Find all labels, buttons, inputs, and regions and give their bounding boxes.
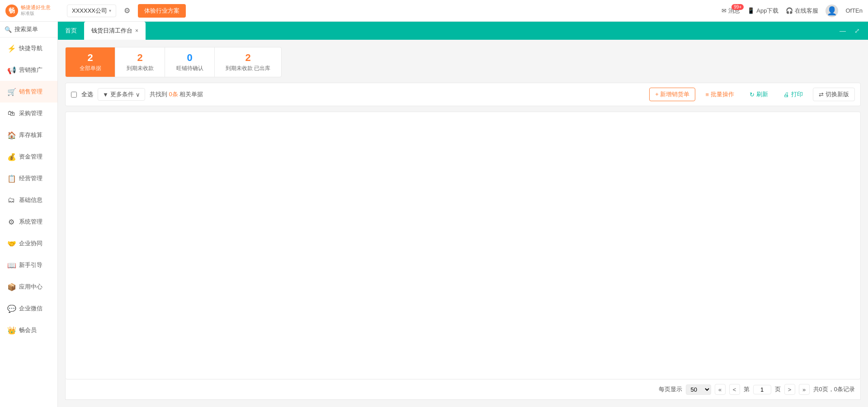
sidebar-item-wechat[interactable]: 💬 企业微信	[0, 298, 57, 319]
service-icon: 🎧	[786, 7, 793, 14]
sidebar-icon-purchase: 🛍	[7, 109, 15, 117]
gear-icon: ⚙	[124, 6, 130, 15]
summary-card-all[interactable]: 2 全部单据	[66, 47, 115, 77]
page-suffix: 页	[775, 385, 781, 393]
company-selector[interactable]: XXXXXX公司 ▾	[67, 5, 116, 17]
card-count-overdue: 2	[126, 52, 154, 64]
sidebar-item-marketing[interactable]: 📢 营销推广	[0, 59, 57, 81]
online-service-label: 在线客服	[795, 7, 818, 15]
sidebar-label-app-center: 应用中心	[19, 283, 42, 291]
messages-badge: 99+	[731, 4, 744, 10]
tab-daily-work[interactable]: 钱货日清工作台 ×	[84, 22, 146, 40]
sidebar-label-base-info: 基础信息	[19, 196, 42, 204]
found-suffix: 相关单据	[179, 91, 203, 98]
app-download-button[interactable]: 📱 App下载	[747, 7, 778, 15]
refresh-label: 刷新	[756, 90, 768, 98]
filter-button[interactable]: ▼ 更多条件 ∨	[98, 88, 145, 101]
sidebar-icon-cooperation: 🤝	[7, 239, 15, 248]
nav-tabs-bar: 首页 钱货日清工作台 × — ⤢	[58, 22, 868, 40]
summary-card-pending[interactable]: 0 旺铺待确认	[165, 47, 215, 77]
empty-state	[66, 112, 860, 379]
batch-operation-button[interactable]: ≡ 批量操作	[700, 88, 740, 101]
search-menu-item[interactable]: 🔍 搜索菜单	[0, 22, 57, 37]
sidebar-item-inventory[interactable]: 🏠 库存核算	[0, 124, 57, 146]
next-page-icon: >	[788, 386, 792, 393]
sidebar-label-guide: 新手引导	[19, 261, 42, 269]
first-page-button[interactable]: «	[715, 384, 726, 395]
tab-minimize-button[interactable]: —	[837, 25, 848, 36]
sidebar-item-sales[interactable]: 🛒 销售管理	[0, 81, 57, 103]
minimize-icon: —	[840, 27, 846, 34]
select-all-checkbox[interactable]	[71, 92, 77, 98]
tab-close-icon[interactable]: ×	[135, 28, 138, 34]
print-icon: 🖨	[783, 91, 789, 98]
sidebar: 🔍 搜索菜单 ⚡ 快捷导航 📢 营销推广 🛒 销售管理 🛍 采购管理 🏠 库存核…	[0, 0, 58, 407]
sidebar-label-operations: 经营管理	[19, 174, 42, 182]
sidebar-item-base-info[interactable]: 🗂 基础信息	[0, 189, 57, 211]
online-service-button[interactable]: 🎧 在线客服	[786, 7, 818, 15]
sidebar-icon-member: 👑	[7, 326, 15, 335]
sidebar-item-app-center[interactable]: 📦 应用中心	[0, 276, 57, 298]
tab-home[interactable]: 首页	[58, 22, 84, 40]
select-all-label: 全选	[81, 90, 93, 98]
sidebar-icon-finance: 💰	[7, 153, 15, 161]
message-icon: ✉	[722, 7, 726, 14]
sidebar-label-finance: 资金管理	[19, 153, 42, 161]
logo-icon: 畅	[5, 5, 18, 17]
logo-area: 畅 畅捷通好生意 标准版	[5, 5, 63, 17]
messages-button[interactable]: ✉ 消息 99+	[722, 7, 740, 15]
switch-version-button[interactable]: ⇄ 切换新版	[813, 88, 855, 101]
summary-card-overdue[interactable]: 2 到期未收款	[115, 47, 165, 77]
sidebar-item-system[interactable]: ⚙ 系统管理	[0, 211, 57, 233]
sidebar-item-member[interactable]: 👑 畅会员	[0, 319, 57, 341]
sidebar-item-cooperation[interactable]: 🤝 企业协同	[0, 233, 57, 254]
filter-arrow-icon: ∨	[136, 91, 140, 98]
nav-tab-actions: — ⤢	[837, 25, 868, 36]
refresh-button[interactable]: ↻ 刷新	[744, 88, 774, 101]
per-page-select[interactable]: 50 100 200	[686, 384, 711, 395]
sidebar-item-guide[interactable]: 📖 新手引导	[0, 254, 57, 276]
sidebar-icon-wechat: 💬	[7, 304, 15, 313]
sidebar-item-finance[interactable]: 💰 资金管理	[0, 146, 57, 168]
per-page-label: 每页显示	[659, 385, 682, 393]
found-count: 0条	[169, 91, 178, 98]
page-label: 第	[744, 385, 750, 393]
tab-maximize-button[interactable]: ⤢	[852, 25, 863, 36]
total-text: 共0页，0条记录	[813, 385, 855, 393]
prev-page-button[interactable]: <	[729, 384, 740, 395]
page-input[interactable]	[753, 385, 771, 394]
main-content: 2 全部单据 2 到期未收款 0 旺铺待确认 2 到期未收款 已出库 全选 ▼ …	[58, 40, 868, 407]
sidebar-label-cooperation: 企业协同	[19, 239, 42, 248]
sidebar-icon-app-center: 📦	[7, 283, 15, 291]
trial-button[interactable]: 体验行业方案	[138, 4, 186, 18]
print-label: 打印	[791, 90, 803, 98]
switch-icon: ⇄	[819, 91, 824, 98]
sidebar-icon-system: ⚙	[7, 218, 15, 226]
logo-line1: 畅捷通好生意	[21, 5, 51, 10]
next-page-button[interactable]: >	[784, 384, 795, 395]
sidebar-label-system: 系统管理	[19, 218, 42, 226]
sidebar-item-purchase[interactable]: 🛍 采购管理	[0, 103, 57, 124]
app-download-label: App下载	[756, 7, 778, 15]
sidebar-icon-guide: 📖	[7, 261, 15, 270]
found-text: 共找到 0条 相关单据	[150, 90, 203, 98]
search-icon: 🔍	[5, 26, 12, 33]
sidebar-item-quick-nav[interactable]: ⚡ 快捷导航	[0, 37, 57, 59]
print-button[interactable]: 🖨 打印	[778, 88, 808, 101]
card-label-outbound: 到期未收款 已出库	[226, 65, 270, 72]
sidebar-icon-inventory: 🏠	[7, 131, 15, 140]
add-sales-button[interactable]: + 新增销货单	[649, 88, 695, 101]
tab-daily-work-label: 钱货日清工作台	[91, 27, 132, 35]
sidebar-icon-marketing: 📢	[7, 66, 15, 75]
sidebar-item-operations[interactable]: 📋 经营管理	[0, 168, 57, 189]
found-prefix: 共找到	[150, 91, 167, 98]
sidebar-icon-sales: 🛒	[7, 88, 15, 96]
last-page-button[interactable]: »	[799, 384, 810, 395]
avatar[interactable]: 👤	[826, 5, 838, 17]
card-count-all: 2	[76, 52, 104, 64]
chevron-down-icon: ▾	[109, 8, 111, 13]
sidebar-label-marketing: 营销推广	[19, 66, 42, 74]
sidebar-label-sales: 销售管理	[19, 88, 42, 96]
summary-card-outbound[interactable]: 2 到期未收款 已出库	[215, 47, 281, 77]
settings-button[interactable]: ⚙	[121, 5, 133, 17]
